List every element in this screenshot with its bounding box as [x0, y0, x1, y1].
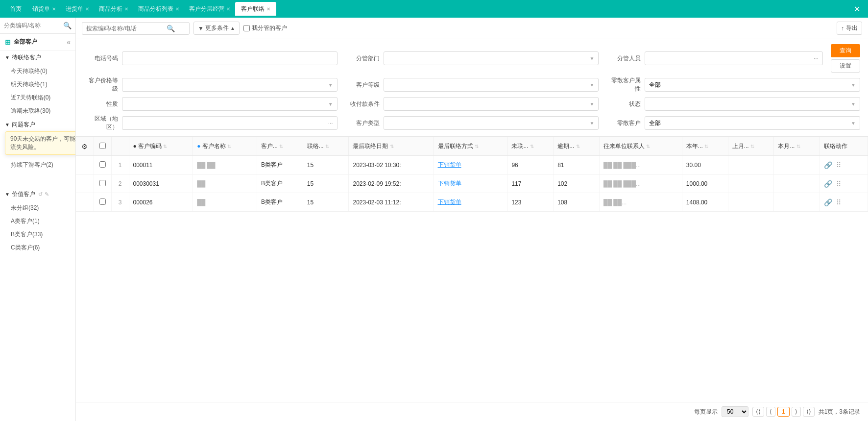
filter-price-level-select[interactable]: ▼ [122, 78, 338, 92]
tab-customer-tier-close[interactable]: ✕ [226, 6, 230, 12]
filter-status-select[interactable]: ▼ [645, 97, 860, 111]
sidebar-item-class-b[interactable]: B类客户(33) [0, 228, 75, 241]
row3-more-icon[interactable]: ⠿ [836, 198, 841, 206]
sidebar-item-declining[interactable]: 持续下滑客户(2) [0, 158, 75, 172]
col-no-contact[interactable]: 未联... ⇅ [507, 137, 554, 156]
sidebar-item-7days[interactable]: 近7天待联络(0) [0, 91, 75, 104]
row1-link-icon[interactable]: 🔗 [824, 161, 832, 169]
col-this-month[interactable]: 本月... ⇅ [774, 137, 820, 156]
row3-check[interactable] [94, 193, 111, 212]
sidebar: 🔍 ⊞ 全部客户 « ▼ 待联络客户 今天待联络(0) 明天待联络(1) 近7天… [0, 18, 76, 421]
tab-customer-contact[interactable]: 客户联络 ✕ [235, 2, 276, 16]
query-button[interactable]: 查询 [831, 44, 860, 57]
filter-more-btn[interactable]: ▼ 更多条件 ▲ [193, 22, 240, 35]
prev-page-btn[interactable]: ⟨ [766, 407, 775, 417]
tab-goods-analysis-list-close[interactable]: ✕ [175, 6, 179, 12]
sidebar-item-ungrouped[interactable]: 未分组(32) [0, 201, 75, 215]
sidebar-item-class-a[interactable]: A类客户(1) [0, 215, 75, 228]
my-customers-check[interactable]: 我分管的客户 [243, 24, 287, 32]
sidebar-search-icon[interactable]: 🔍 [63, 22, 72, 29]
filter-dept-select[interactable]: ▼ [384, 51, 599, 65]
filter-payment-select[interactable]: ▼ [384, 97, 599, 111]
filter-phone-label: 电话号码 [84, 54, 118, 63]
col-name[interactable]: ● 客户名称 ⇅ [193, 137, 257, 156]
filter-manager-input[interactable]: ··· [645, 51, 823, 65]
col-code-label: ● [133, 143, 137, 149]
filter-manager: 分管人员 ··· 查询 设置 [606, 44, 860, 73]
filter-status: 状态 ▼ [606, 97, 860, 111]
row2-contact: 15 [303, 174, 349, 193]
tab-sales-close[interactable]: ✕ [52, 6, 56, 12]
top-tab-bar: 首页 销货单 ✕ 进货单 ✕ 商品分析 ✕ 商品分析列表 ✕ 客户分层经营 ✕ … [0, 0, 868, 18]
col-overdue[interactable]: 逾期... ⇅ [554, 137, 600, 156]
my-customers-checkbox[interactable] [243, 25, 250, 31]
col-code[interactable]: ● 客户编码 ⇅ [129, 137, 193, 156]
sidebar-item-today[interactable]: 今天待联络(0) [0, 65, 75, 78]
col-last-date[interactable]: 最后联络日期 ⇅ [349, 137, 434, 156]
row2-more-icon[interactable]: ⠿ [836, 180, 841, 188]
window-close[interactable]: ✕ [850, 4, 864, 14]
export-btn[interactable]: ↑ 导出 [837, 22, 862, 35]
row2-check[interactable] [94, 174, 111, 193]
sidebar-group-value-title[interactable]: ▼ 价值客户 ↺ ✎ [0, 187, 75, 201]
col-check[interactable] [94, 137, 111, 156]
filter-sparse-attr-select[interactable]: 全部 ▼ [645, 78, 860, 92]
filter-customer-level-select[interactable]: ▼ [384, 78, 599, 92]
search-icon[interactable]: 🔍 [167, 25, 175, 32]
sidebar-all-customers[interactable]: ⊞ 全部客户 « [0, 34, 75, 50]
filter-nature-select[interactable]: ▼ [122, 97, 338, 111]
next-page-btn[interactable]: ⟩ [792, 407, 801, 417]
filter-phone-input[interactable] [122, 51, 338, 65]
sidebar-item-overdue[interactable]: 逾期未联络(30) [0, 104, 75, 118]
row2-link-icon[interactable]: 🔗 [824, 180, 832, 188]
col-this-year[interactable]: 本年... ⇅ [682, 137, 728, 156]
row3-link-icon[interactable]: 🔗 [824, 198, 832, 206]
row2-last-method[interactable]: 下销货单 [434, 174, 507, 193]
refresh-icon[interactable]: ↺ [38, 191, 43, 198]
tab-goods-analysis-close[interactable]: ✕ [124, 6, 128, 12]
tab-home[interactable]: 首页 [4, 2, 27, 16]
row3-last-method[interactable]: 下销货单 [434, 193, 507, 212]
tab-purchase-close[interactable]: ✕ [85, 6, 89, 12]
tab-goods-analysis-list[interactable]: 商品分析列表 ✕ [133, 2, 184, 16]
search-input[interactable] [86, 25, 165, 32]
row3-overdue: 108 [554, 193, 600, 212]
first-page-btn[interactable]: ⟨⟨ [752, 407, 764, 417]
tab-customer-tier[interactable]: 客户分层经营 ✕ [184, 2, 235, 16]
settings-button[interactable]: 设置 [831, 59, 860, 73]
select-all-checkbox[interactable] [99, 143, 106, 149]
collapse-icon[interactable]: « [67, 38, 71, 46]
sidebar-item-class-c[interactable]: C类客户(6) [0, 241, 75, 254]
tab-sales[interactable]: 销货单 ✕ [27, 2, 61, 16]
sidebar-item-tomorrow[interactable]: 明天待联络(1) [0, 78, 75, 91]
col-gear[interactable]: ⚙ [76, 137, 94, 156]
row1-check[interactable] [94, 156, 111, 174]
col-type[interactable]: 客户... ⇅ [257, 137, 303, 156]
row2-no-contact: 117 [507, 174, 554, 193]
sidebar-search-input[interactable] [4, 22, 61, 29]
col-last-month[interactable]: 上月... ⇅ [728, 137, 774, 156]
col-contact-person[interactable]: 往来单位联系人 ⇅ [599, 137, 682, 156]
row2-type: B类客户 [257, 174, 303, 193]
tab-customer-contact-close[interactable]: ✕ [266, 6, 270, 12]
col-last-method[interactable]: 最后联络方式 ⇅ [434, 137, 507, 156]
tab-purchase[interactable]: 进货单 ✕ [61, 2, 94, 16]
row1-this-month [774, 156, 820, 174]
table-header-row: ⚙ ● 客户编码 ⇅ ● 客户名称 ⇅ [76, 137, 868, 156]
sidebar-group-pending-title[interactable]: ▼ 待联络客户 [0, 50, 75, 65]
filter-customer-type-select[interactable]: ▼ [384, 116, 599, 130]
sidebar-group-problem-title[interactable]: ▼ 问题客户 [0, 118, 75, 132]
filter-sparse-customer-select[interactable]: 全部 ▼ [645, 116, 860, 130]
row1-last-method[interactable]: 下销货单 [434, 156, 507, 174]
filter-region-input[interactable]: ··· [122, 116, 338, 130]
last-page-btn[interactable]: ⟩⟩ [803, 407, 815, 417]
row2-name: ██ [193, 174, 257, 193]
row1-more-icon[interactable]: ⠿ [836, 161, 841, 169]
tab-goods-analysis[interactable]: 商品分析 ✕ [94, 2, 133, 16]
row2-index: 2 [111, 174, 129, 193]
row1-action: 🔗 ⠿ [820, 156, 868, 174]
page-size-select[interactable]: 50 100 200 [722, 406, 748, 417]
edit-group-icon[interactable]: ✎ [45, 191, 49, 198]
filter-payment: 收付款条件 ▼ [345, 97, 599, 111]
col-contact[interactable]: 联络... ⇅ [303, 137, 349, 156]
